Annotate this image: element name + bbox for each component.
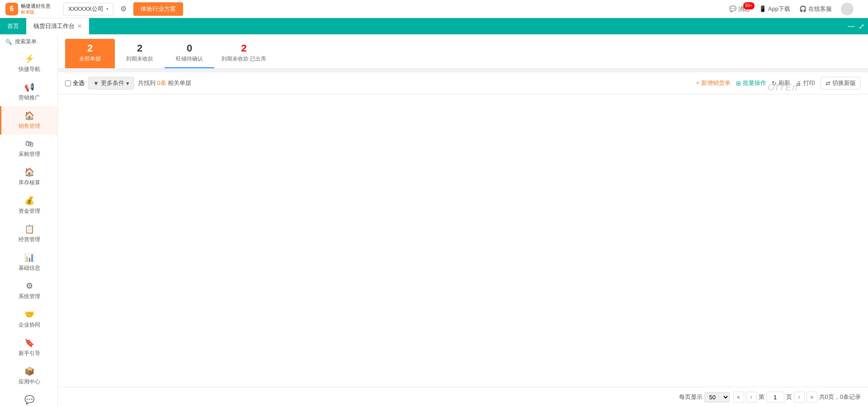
chevron-down-icon: ▾ — [106, 6, 108, 11]
filter-button[interactable]: ▼ 更多条件 ▾ — [88, 77, 134, 89]
table-area — [58, 94, 868, 387]
overdue-count: 2 — [122, 42, 157, 54]
megaphone-icon: 📢 — [24, 82, 34, 92]
money-icon: 💰 — [24, 196, 34, 206]
sidebar-item-sales[interactable]: 🏠 销售管理 — [0, 106, 57, 135]
page-size-dropdown[interactable]: 50 100 200 — [704, 392, 730, 402]
switch-version-button[interactable]: ⇄ 切换新版 — [821, 77, 861, 89]
batch-icon: ⊞ — [736, 80, 741, 87]
overdue-out-label: 到期未收款 已出库 — [222, 55, 266, 63]
expand-icon[interactable]: ⤢ — [859, 22, 864, 31]
warehouse-icon: 🏠 — [24, 167, 34, 177]
overdue-label: 到期未收款 — [122, 55, 157, 63]
settings-button[interactable]: ⚙ — [117, 3, 130, 15]
prev-page-button[interactable]: ‹ — [746, 392, 757, 402]
bag-icon: 🛍 — [25, 139, 33, 149]
all-label: 全部单据 — [72, 55, 108, 63]
sidebar-item-finance[interactable]: 💰 资金管理 — [0, 191, 57, 220]
sidebar-item-enterprise-coop[interactable]: 🤝 企业协同 — [0, 305, 57, 333]
print-icon: 🖨 — [796, 80, 802, 87]
logo-text: 畅捷通好生意 标准版 — [21, 3, 51, 15]
batch-operation-button[interactable]: ⊞ 批量操作 — [736, 79, 766, 87]
switch-icon: ⇄ — [826, 80, 830, 87]
headset-icon: 🎧 — [799, 5, 807, 12]
toolbar: 全选 ▼ 更多条件 ▾ 共找到 0条 相关单据 + 新增销货单 ⊞ 批量操作 — [58, 72, 868, 94]
overdue-out-count: 2 — [222, 42, 266, 54]
message-badge: 99+ — [743, 2, 755, 9]
page-size-select: 每页显示 50 100 200 — [679, 392, 730, 402]
stat-tab-all[interactable]: 2 全部单据 — [65, 39, 115, 68]
clipboard-icon: 📋 — [24, 224, 34, 234]
logo-area: 6 畅捷通好生意 标准版 — [5, 3, 63, 15]
tab-work-station[interactable]: 钱货日清工作台 ✕ — [26, 18, 89, 34]
add-sales-order-button[interactable]: + 新增销货单 — [696, 79, 731, 87]
search-label: 搜索菜单 — [15, 38, 37, 46]
first-page-button[interactable]: « — [733, 392, 744, 402]
bookmark-icon: 🔖 — [24, 338, 34, 348]
toolbar-right: + 新增销货单 ⊞ 批量操作 ↻ 刷新 🖨 打印 ⇄ 切换新版 — [696, 77, 861, 89]
close-tab-icon[interactable]: ✕ — [77, 23, 82, 29]
refresh-icon: ↻ — [772, 80, 777, 87]
logo-icon: 6 — [5, 3, 18, 15]
sidebar-item-app-center[interactable]: 📦 应用中心 — [0, 362, 57, 390]
settings-icon: ⚙ — [26, 281, 33, 291]
sidebar-item-inventory[interactable]: 🏠 库存核算 — [0, 163, 57, 191]
top-bar: 6 畅捷通好生意 标准版 XXXXXX公司 ▾ ⚙ 体验行业方案 💬 消息 99… — [0, 0, 868, 18]
last-page-button[interactable]: » — [807, 392, 817, 402]
sidebar-search[interactable]: 🔍 搜索菜单 — [0, 34, 57, 49]
sidebar-item-operation[interactable]: 📋 经营管理 — [0, 220, 57, 248]
page-input[interactable] — [766, 392, 784, 402]
message-area[interactable]: 💬 消息 99+ — [729, 5, 750, 13]
sidebar-item-purchase[interactable]: 🛍 采购管理 — [0, 135, 57, 163]
stat-tab-pending[interactable]: 0 旺铺待确认 — [165, 39, 214, 68]
company-name: XXXXXX公司 — [68, 5, 104, 13]
sidebar-item-enterprise-wechat[interactable]: 💬 企业微信 — [0, 390, 57, 407]
table-icon: 📊 — [24, 253, 34, 262]
avatar[interactable] — [841, 3, 854, 15]
company-selector[interactable]: XXXXXX公司 ▾ — [63, 3, 113, 15]
nav-tabs: 首页 钱货日清工作台 ✕ — ⤢ — [0, 18, 868, 34]
gear-icon: ⚙ — [120, 5, 127, 13]
chevron-down-icon: ▾ — [126, 80, 129, 87]
pending-count: 0 — [172, 42, 207, 54]
stat-tab-overdue-out[interactable]: 2 到期未收款 已出库 — [214, 39, 274, 68]
sidebar-item-guide[interactable]: 🔖 新手引导 — [0, 333, 57, 362]
message-icon: 💬 — [729, 5, 736, 12]
house-icon: 🏠 — [24, 111, 34, 121]
online-service-link[interactable]: 🎧 在线客服 — [799, 5, 832, 13]
nav-tabs-right: — ⤢ — [848, 22, 868, 31]
found-text: 共找到 0条 相关单据 — [138, 79, 191, 87]
refresh-button[interactable]: ↻ 刷新 — [772, 79, 790, 87]
next-page-button[interactable]: › — [794, 392, 805, 402]
tab-home[interactable]: 首页 — [0, 18, 26, 34]
sidebar-item-system[interactable]: ⚙ 系统管理 — [0, 276, 57, 305]
search-icon: 🔍 — [5, 39, 12, 45]
content-area: 2 全部单据 2 到期未收款 0 旺铺待确认 2 到期未收款 已出库 全选 — [58, 34, 868, 407]
print-button[interactable]: 🖨 打印 — [796, 79, 815, 87]
select-all-input[interactable] — [65, 80, 71, 86]
chat-icon: 💬 — [24, 395, 34, 405]
sidebar-item-basic-info[interactable]: 📊 基础信息 — [0, 248, 57, 276]
stats-tabs: 2 全部单据 2 到期未收款 0 旺铺待确认 2 到期未收款 已出库 — [58, 34, 868, 69]
select-all-checkbox[interactable]: 全选 — [65, 79, 85, 87]
box-icon: 📦 — [24, 366, 34, 376]
stat-tab-overdue[interactable]: 2 到期未收款 — [115, 39, 165, 68]
total-label: 共0页，0条记录 — [819, 393, 861, 401]
top-bar-right: 💬 消息 99+ 📱 App下载 🎧 在线客服 — [729, 3, 863, 15]
sidebar: 🔍 搜索菜单 ⚡ 快捷导航 📢 营销推广 🏠 销售管理 🛍 采购管理 🏠 库存核… — [0, 34, 58, 407]
filter-icon: ▼ — [93, 80, 99, 87]
main-layout: 🔍 搜索菜单 ⚡ 快捷导航 📢 营销推广 🏠 销售管理 🛍 采购管理 🏠 库存核… — [0, 34, 868, 407]
trial-button[interactable]: 体验行业方案 — [133, 2, 183, 16]
handshake-icon: 🤝 — [24, 309, 34, 319]
pagination: 每页显示 50 100 200 « ‹ 第 页 › » 共0页，0条记录 — [58, 387, 868, 407]
minimize-icon[interactable]: — — [848, 22, 855, 30]
page-nav: « ‹ 第 页 › » 共0页，0条记录 — [733, 392, 861, 402]
app-download-link[interactable]: 📱 App下载 — [759, 5, 790, 13]
all-count: 2 — [72, 42, 108, 54]
sidebar-item-quick-nav[interactable]: ⚡ 快捷导航 — [0, 49, 57, 78]
pending-label: 旺铺待确认 — [172, 55, 207, 63]
sidebar-item-marketing[interactable]: 📢 营销推广 — [0, 78, 57, 106]
toolbar-left: 全选 ▼ 更多条件 ▾ 共找到 0条 相关单据 — [65, 77, 693, 89]
lightning-icon: ⚡ — [24, 54, 34, 64]
found-count: 0条 — [157, 80, 166, 86]
